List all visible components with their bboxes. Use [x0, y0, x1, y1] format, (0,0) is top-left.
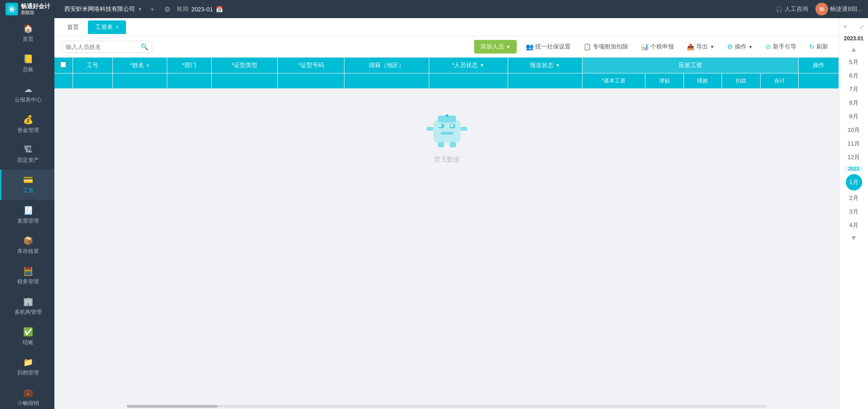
col-actions: 操作	[799, 58, 839, 73]
company-selector[interactable]: 西安虾米网络科技有限公司 ▼	[64, 5, 142, 13]
year-2023-label: 2023	[844, 166, 863, 172]
date-month-1-active[interactable]: 1月	[846, 174, 862, 190]
toolbar: 🔍 添加人员 ▼ 👥 统一社保设置 📋 专项附加扣除 📊 个	[54, 36, 839, 58]
empty-state: 暂无数据	[54, 88, 839, 182]
empty-text: 暂无数据	[434, 156, 460, 164]
tab-salary[interactable]: 工资表 ×	[88, 20, 126, 34]
funds-icon: 💰	[23, 115, 33, 125]
operations-button[interactable]: ⚙ 操作 ▼	[723, 43, 756, 51]
filter-personnel-icon[interactable]: ▼	[480, 63, 485, 68]
date-month-11[interactable]: 11月	[839, 137, 868, 151]
sidebar-item-assets[interactable]: 🏗 固定资产	[0, 140, 54, 170]
logo-icon: 畅	[5, 3, 18, 15]
col-department: *部门	[167, 58, 211, 73]
sidebar-item-home[interactable]: 🏠 首页	[0, 18, 54, 49]
empty-robot-icon	[424, 107, 470, 152]
invoice-icon: 🧾	[23, 205, 33, 215]
date-month-10[interactable]: 10月	[839, 123, 868, 137]
sidebar-item-tax[interactable]: 🧮 税务管理	[0, 261, 54, 291]
operations-arrow-icon: ▼	[748, 44, 753, 49]
company-name: 西安虾米网络科技有限公司	[64, 5, 135, 13]
main-layout: 🏠 首页 📒 总账 ☁ 云报表中心 💰 资金管理 🏗 固定资产 💳 工资 🧾 发…	[0, 18, 868, 409]
social-security-button[interactable]: 👥 统一社保设置	[522, 43, 574, 51]
date-month-12[interactable]: 12月	[839, 151, 868, 164]
guide-button[interactable]: ⊙ 新手引导	[762, 43, 800, 51]
export-button[interactable]: 📤 导出 ▼	[683, 43, 718, 51]
header-right: 🎧 人工咨询 畅 畅捷通B组...	[776, 3, 863, 15]
svg-point-13	[451, 124, 453, 127]
sidebar-item-funds[interactable]: 💰 资金管理	[0, 109, 54, 140]
select-all-header	[54, 58, 73, 73]
sidebar: 🏠 首页 📒 总账 ☁ 云报表中心 💰 资金管理 🏗 固定资产 💳 工资 🧾 发…	[0, 18, 54, 409]
date-month-7[interactable]: 7月	[839, 83, 868, 96]
sidebar-item-multi[interactable]: 🏢 多机构管理	[0, 291, 54, 321]
col-deduction: 扣款	[722, 73, 761, 89]
settings-icon[interactable]: ⚙	[162, 5, 172, 14]
operations-icon: ⚙	[727, 43, 733, 50]
sidebar-label-multi: 多机构管理	[15, 308, 42, 316]
tab-bar: 首页 工资表 ×	[54, 18, 839, 36]
scrollbar-thumb[interactable]	[127, 405, 218, 408]
scrollbar-track	[127, 405, 766, 408]
sidebar-item-close[interactable]: ✅ 结账	[0, 321, 54, 352]
date-month-2[interactable]: 2月	[839, 191, 868, 205]
date-panel-expand-icon[interactable]: ⤢	[857, 21, 866, 32]
calendar-icon[interactable]: 📅	[216, 6, 223, 13]
tab-home[interactable]: 首页	[60, 20, 86, 34]
select-all-checkbox[interactable]	[60, 62, 66, 68]
date-month-3[interactable]: 3月	[839, 205, 868, 219]
date-month-5[interactable]: 5月	[839, 55, 868, 69]
sidebar-item-expense[interactable]: 💼 小畅报销	[0, 382, 54, 409]
headset-icon: 🎧	[776, 6, 783, 13]
sidebar-label-cloud: 云报表中心	[15, 96, 42, 104]
content-with-panel: 首页 工资表 × 🔍 添加人员 ▼ 👥	[54, 18, 868, 409]
sidebar-item-inventory[interactable]: 📦 库存核算	[0, 230, 54, 261]
salary-table: 工号 *姓名 ⇅ *部门 *证型类型	[54, 58, 839, 88]
sidebar-item-ledger[interactable]: 📒 总账	[0, 49, 54, 79]
filter-report-icon[interactable]: ▼	[555, 63, 560, 68]
svg-rect-2	[433, 120, 461, 143]
sidebar-item-invoice[interactable]: 🧾 发票管理	[0, 200, 54, 230]
period-value: 2023-01	[191, 6, 213, 13]
date-month-6[interactable]: 6月	[839, 69, 868, 83]
date-month-4[interactable]: 4月	[839, 219, 868, 232]
customer-service-button[interactable]: 🎧 人工咨询	[776, 5, 808, 13]
date-panel-down-arrow[interactable]: ▼	[849, 232, 859, 244]
date-panel-close-icon[interactable]: ×	[841, 21, 849, 33]
add-company-button[interactable]: ＋	[147, 5, 158, 14]
sidebar-label-assets: 固定资产	[17, 156, 39, 164]
date-panel-up-arrow[interactable]: ▲	[849, 44, 859, 55]
refresh-button[interactable]: ↻ 刷新	[805, 43, 832, 51]
add-people-button[interactable]: 添加人员 ▼	[474, 40, 517, 54]
main-content: 首页 工资表 × 🔍 添加人员 ▼ 👥	[54, 18, 839, 409]
tab-close-icon[interactable]: ×	[116, 24, 119, 30]
sidebar-item-archive[interactable]: 📁 归档管理	[0, 352, 54, 382]
sort-name-icon: ⇅	[146, 63, 150, 68]
search-input[interactable]	[66, 44, 138, 50]
user-menu[interactable]: 畅 畅捷通B组...	[815, 3, 863, 15]
col-report-status: 报送状态 ▼	[508, 58, 582, 73]
chevron-down-icon: ▼	[138, 7, 142, 12]
tax-report-icon: 📊	[641, 43, 649, 50]
svg-rect-7	[441, 132, 453, 135]
sidebar-label-home: 首页	[23, 35, 34, 43]
svg-rect-11	[450, 142, 456, 147]
col-salary-group: 应发工资	[582, 58, 799, 73]
svg-rect-8	[427, 127, 433, 131]
date-panel: × ⤢ 2023.01 ▲ 5月 6月 7月 8月 9月 10月 11月 12月…	[839, 18, 868, 409]
col-allowance: 津贴	[645, 73, 684, 89]
sidebar-label-invoice: 发票管理	[17, 217, 39, 225]
guide-toolbar-icon: ⊙	[766, 43, 771, 50]
date-month-9[interactable]: 9月	[839, 110, 868, 123]
date-month-8[interactable]: 8月	[839, 96, 868, 110]
svg-point-4	[446, 114, 448, 117]
multi-icon: 🏢	[23, 297, 33, 307]
sidebar-item-cloud[interactable]: ☁ 云报表中心	[0, 79, 54, 109]
col-personnel-status: *人员状态 ▼	[429, 58, 508, 73]
personal-tax-button[interactable]: 📊 个税申报	[637, 43, 678, 51]
expense-icon: 💼	[23, 388, 33, 398]
search-icon: 🔍	[141, 43, 148, 50]
col-number: 工号	[73, 58, 112, 73]
sidebar-item-salary[interactable]: 💳 工资	[0, 170, 54, 200]
special-deduction-button[interactable]: 📋 专项附加扣除	[580, 43, 632, 51]
